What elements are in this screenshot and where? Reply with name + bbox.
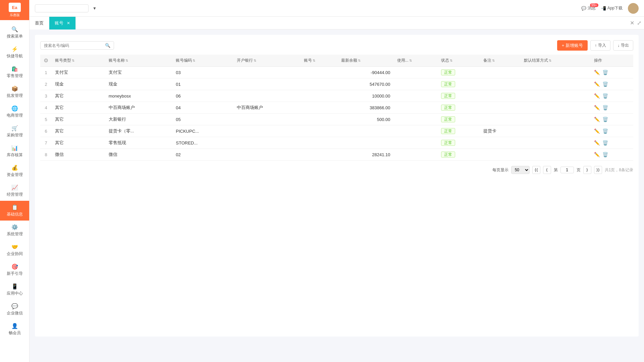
cell-action: ✏️ 🗑️ (591, 90, 633, 102)
status-badge: 正常 (441, 105, 455, 111)
cell-balance (338, 125, 394, 137)
sidebar-item-ops[interactable]: 📈 经营管理 (0, 181, 29, 201)
cell-name: 现金 (105, 78, 173, 90)
sidebar-item-appcenter[interactable]: 📱 应用中心 (0, 280, 29, 300)
sort-account-type-icon[interactable]: ⇅ (72, 59, 74, 62)
page-number-input[interactable] (560, 167, 574, 173)
import-label: 导入 (598, 43, 606, 48)
sidebar-item-wholesale[interactable]: 📦 批发管理 (0, 82, 29, 102)
sidebar: Ea 乐惠版 🔍 搜索菜单 ⚡ 快捷导航 🛍️ 零售管理 📦 批发管理 🌐 电商… (0, 0, 30, 362)
sidebar-item-quicknav[interactable]: ⚡ 快捷导航 (0, 43, 29, 62)
page-prev-button[interactable]: ⟨ (543, 166, 551, 174)
delete-button[interactable]: 🗑️ (602, 140, 608, 145)
delete-button[interactable]: 🗑️ (602, 105, 608, 110)
ecom-icon: 🌐 (11, 105, 18, 112)
tab-close-icon[interactable]: ✕ (67, 21, 70, 25)
sidebar-item-purchase[interactable]: 🛒 采购管理 (0, 122, 29, 141)
page-last-button[interactable]: ⟩⟩ (594, 166, 602, 174)
export-label: 导出 (621, 43, 629, 48)
per-page-select[interactable]: 50 100 200 (511, 166, 530, 174)
cell-balance: 10000.00 (338, 90, 394, 102)
edit-button[interactable]: ✏️ (594, 140, 600, 145)
col-usage: 使用... ⇅ (394, 55, 438, 67)
cell-remark (480, 137, 521, 149)
edit-button[interactable]: ✏️ (594, 152, 600, 157)
lightning-icon: ⚡ (11, 46, 18, 52)
cell-name: 零售抵现 (105, 137, 173, 149)
sidebar-item-member[interactable]: 👤 畅会员 (0, 319, 29, 339)
sidebar-item-system[interactable]: ⚙️ 系统管理 (0, 221, 29, 240)
cell-default-pay (521, 114, 591, 125)
sort-usage-icon[interactable]: ⇅ (409, 59, 412, 62)
cell-default-pay (521, 67, 591, 78)
sort-account-no-icon[interactable]: ⇅ (313, 59, 315, 62)
col-status: 状态 ⇅ (438, 55, 480, 67)
export-button[interactable]: ↓ 导出 (613, 40, 633, 51)
cell-balance: -90444.00 (338, 67, 394, 78)
sidebar-item-capital[interactable]: 💰 资金管理 (0, 161, 29, 181)
table-row: 4 其它 中百商场账户 04 中百商场账户 383866.00 正常 ✏️ 🗑️ (40, 102, 633, 114)
edit-button[interactable]: ✏️ (594, 81, 600, 87)
cell-name: 提货卡（零... (105, 125, 173, 137)
sort-bank-icon[interactable]: ⇅ (254, 59, 256, 62)
sidebar-item-guide[interactable]: 🎯 新手引导 (0, 260, 29, 280)
sidebar-item-ecom[interactable]: 🌐 电商管理 (0, 102, 29, 122)
page-first-button[interactable]: ⟨⟨ (532, 166, 540, 174)
delete-button[interactable]: 🗑️ (602, 117, 608, 122)
page-next-button[interactable]: ⟩ (583, 166, 591, 174)
edit-button[interactable]: ✏️ (594, 105, 600, 110)
sort-remark-icon[interactable]: ⇅ (492, 59, 495, 62)
cell-bank (233, 67, 301, 78)
sidebar-item-agreement[interactable]: 🤝 企业协同 (0, 240, 29, 260)
search-input[interactable] (44, 43, 103, 48)
sort-default-pay-icon[interactable]: ⇅ (549, 59, 551, 62)
col-action: 操作 (591, 55, 633, 67)
add-account-button[interactable]: + 新增账号 (557, 40, 588, 51)
sort-account-code-icon[interactable]: ⇅ (193, 59, 195, 62)
edit-button[interactable]: ✏️ (594, 70, 600, 75)
sidebar-item-label-capital: 资金管理 (7, 172, 23, 178)
user-avatar[interactable] (628, 3, 639, 14)
toolbar-buttons: + 新增账号 ↑ 导入 ↓ 导出 (557, 40, 633, 51)
table-settings-icon[interactable]: ⚙ (44, 58, 48, 63)
cell-usage (394, 67, 438, 78)
delete-button[interactable]: 🗑️ (602, 128, 608, 134)
per-page-label: 每页显示 (492, 167, 508, 173)
sidebar-item-wechat[interactable]: 💬 企业微信 (0, 300, 29, 319)
accounts-table: ⚙ 账号类型 ⇅ 账号名称 ⇅ (40, 55, 633, 161)
cell-action: ✏️ 🗑️ (591, 149, 633, 161)
delete-button[interactable]: 🗑️ (602, 81, 608, 87)
content-area: 🔍 + 新增账号 ↑ 导入 ↓ 导出 (30, 29, 644, 362)
page-suffix: 页 (577, 167, 581, 173)
delete-button[interactable]: 🗑️ (602, 70, 608, 75)
edit-button[interactable]: ✏️ (594, 128, 600, 134)
ops-icon: 📈 (11, 184, 18, 191)
tab-home[interactable]: 首页 (30, 17, 49, 29)
sort-balance-icon[interactable]: ⇅ (358, 59, 361, 62)
delete-button[interactable]: 🗑️ (602, 93, 608, 99)
tab-account[interactable]: 账号 ✕ (49, 17, 76, 29)
edit-button[interactable]: ✏️ (594, 117, 600, 122)
msg-button[interactable]: 💬 消息 99+ (581, 5, 596, 11)
sidebar-item-basic[interactable]: 📋 基础信息 (0, 201, 29, 221)
import-icon: ↑ (595, 43, 597, 48)
topbar-search-input[interactable] (35, 4, 89, 12)
sort-status-icon[interactable]: ⇅ (450, 59, 452, 62)
sidebar-item-inventory[interactable]: 📊 库存核算 (0, 141, 29, 161)
delete-button[interactable]: 🗑️ (602, 152, 608, 157)
col-account-no-label: 账号 (304, 58, 312, 63)
topbar-dropdown[interactable]: ▼ (93, 6, 97, 11)
search-icon: 🔍 (11, 26, 18, 33)
edit-button[interactable]: ✏️ (594, 93, 600, 99)
tab-close-all-button[interactable]: ✕ (630, 20, 634, 26)
sort-account-name-icon[interactable]: ⇅ (125, 59, 128, 62)
search-submit-icon[interactable]: 🔍 (105, 43, 110, 48)
cell-status: 正常 (438, 125, 480, 137)
tab-expand-button[interactable]: ⤢ (637, 20, 641, 26)
sidebar-item-retail[interactable]: 🛍️ 零售管理 (0, 62, 29, 82)
col-settings: ⚙ (40, 55, 52, 67)
cell-status: 正常 (438, 67, 480, 78)
sidebar-item-search[interactable]: 🔍 搜索菜单 (0, 23, 29, 43)
import-button[interactable]: ↑ 导入 (590, 40, 610, 51)
app-download-button[interactable]: 📲 App下载 (601, 5, 623, 11)
